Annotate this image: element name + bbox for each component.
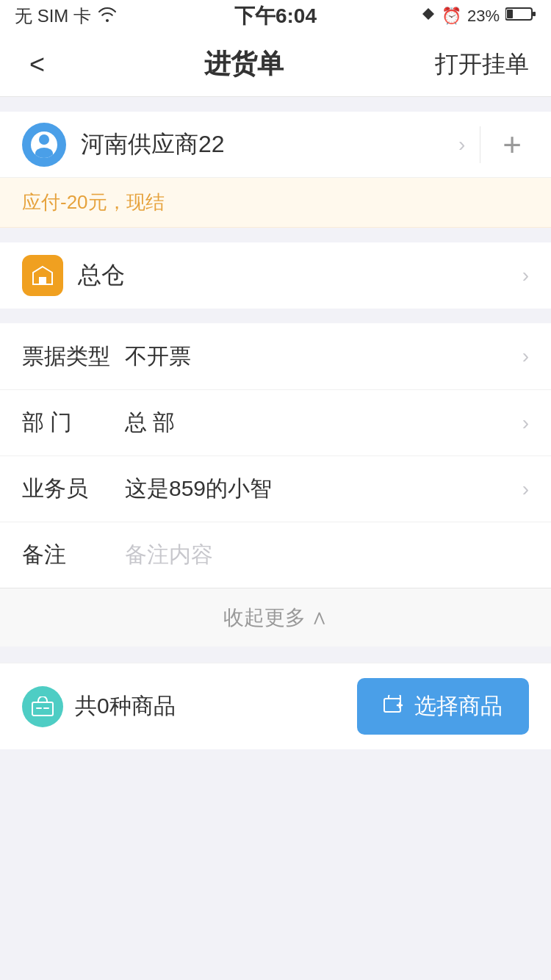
svg-rect-3 bbox=[39, 277, 46, 284]
status-left: 无 SIM 卡 bbox=[15, 4, 118, 28]
collapse-label: 收起更多 ∧ bbox=[223, 604, 328, 632]
gap-2 bbox=[0, 228, 551, 242]
dept-value: 总 部 bbox=[125, 408, 522, 438]
alarm-icon: ⏰ bbox=[442, 7, 461, 26]
warehouse-card[interactable]: 总仓 › bbox=[0, 242, 551, 309]
add-button[interactable]: + bbox=[495, 119, 529, 170]
supplier-row[interactable]: 河南供应商22 › + bbox=[0, 112, 551, 178]
bottom-bar: 共0种商品 选择商品 bbox=[0, 663, 551, 749]
svg-rect-4 bbox=[32, 702, 53, 716]
goods-info: 共0种商品 bbox=[22, 686, 176, 727]
svg-rect-1 bbox=[507, 10, 513, 18]
form-row-staff[interactable]: 业务员 这是859的小智 › bbox=[0, 455, 551, 522]
open-pending-button[interactable]: 打开挂单 bbox=[435, 48, 529, 81]
gap-3 bbox=[0, 309, 551, 323]
gap-4 bbox=[0, 646, 551, 661]
select-goods-button[interactable]: 选择商品 bbox=[357, 678, 529, 735]
supplier-card: 河南供应商22 › + 应付-20元，现结 bbox=[0, 112, 551, 228]
staff-chevron-icon: › bbox=[522, 478, 529, 501]
form-row-invoice[interactable]: 票据类型 不开票 › bbox=[0, 323, 551, 389]
battery-icon bbox=[505, 7, 536, 26]
form-row-dept[interactable]: 部 门 总 部 › bbox=[0, 389, 551, 455]
warehouse-icon bbox=[22, 255, 63, 296]
form-row-remark[interactable]: 备注 备注内容 bbox=[0, 522, 551, 588]
status-right: ⏰ 23% bbox=[421, 7, 536, 26]
vertical-divider bbox=[480, 126, 480, 163]
dept-chevron-icon: › bbox=[522, 411, 529, 435]
invoice-label: 票据类型 bbox=[22, 342, 125, 372]
warehouse-chevron-icon: › bbox=[522, 264, 529, 287]
back-button[interactable]: < bbox=[22, 42, 52, 87]
supplier-chevron-icon: › bbox=[458, 133, 465, 156]
supplier-name: 河南供应商22 bbox=[81, 129, 458, 161]
gap-1 bbox=[0, 97, 551, 112]
wifi-icon bbox=[97, 6, 118, 26]
remark-label: 备注 bbox=[22, 540, 125, 570]
goods-count: 共0种商品 bbox=[75, 691, 176, 721]
notice-text: 应付-20元，现结 bbox=[22, 191, 165, 213]
svg-rect-2 bbox=[533, 12, 536, 16]
goods-icon bbox=[22, 686, 63, 727]
page-title: 进货单 bbox=[204, 46, 284, 82]
supplier-avatar bbox=[22, 123, 66, 167]
remark-placeholder: 备注内容 bbox=[125, 540, 529, 570]
carrier-text: 无 SIM 卡 bbox=[15, 4, 91, 28]
nav-bar: < 进货单 打开挂单 bbox=[0, 32, 551, 97]
notice-bar: 应付-20元，现结 bbox=[0, 178, 551, 228]
select-goods-icon bbox=[383, 694, 406, 719]
dept-label: 部 门 bbox=[22, 408, 125, 438]
status-bar: 无 SIM 卡 下午6:04 ⏰ 23% bbox=[0, 0, 551, 32]
location-icon bbox=[421, 7, 436, 26]
select-goods-label: 选择商品 bbox=[414, 691, 503, 721]
page-content: 河南供应商22 › + 应付-20元，现结 总仓 › 票据类型 不开票 bbox=[0, 97, 551, 980]
warehouse-name: 总仓 bbox=[78, 259, 522, 292]
warehouse-row[interactable]: 总仓 › bbox=[0, 242, 551, 309]
status-time: 下午6:04 bbox=[234, 2, 317, 30]
staff-value: 这是859的小智 bbox=[125, 474, 522, 504]
form-card: 票据类型 不开票 › 部 门 总 部 › 业务员 这是859的小智 › 备注 备… bbox=[0, 323, 551, 646]
avatar-inner bbox=[31, 131, 57, 158]
invoice-value: 不开票 bbox=[125, 342, 522, 372]
invoice-chevron-icon: › bbox=[522, 345, 529, 368]
staff-label: 业务员 bbox=[22, 474, 125, 504]
collapse-button[interactable]: 收起更多 ∧ bbox=[0, 588, 551, 646]
battery-text: 23% bbox=[467, 7, 500, 26]
